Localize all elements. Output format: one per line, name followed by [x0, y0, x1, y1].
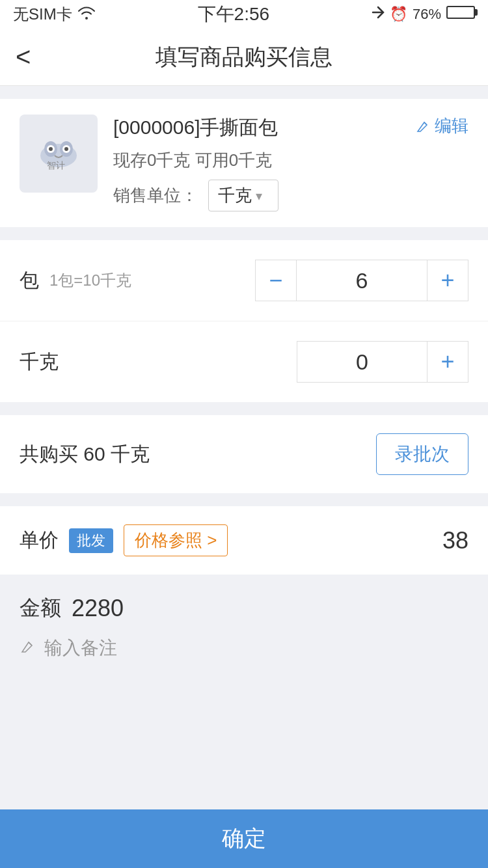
bao-controls: − + — [255, 260, 468, 301]
amount-label: 金额 — [20, 594, 61, 623]
battery-percent: 76% — [413, 6, 441, 23]
price-label: 单价 — [20, 527, 59, 554]
amount-value: 2280 — [72, 595, 124, 622]
kg-controls: + — [297, 341, 468, 383]
summary-text: 共购买 60 千克 — [20, 441, 150, 468]
bao-label-group: 包 1包=10千克 — [20, 267, 131, 294]
product-name: [0000006]手撕面包 — [113, 115, 278, 141]
price-ref-button[interactable]: 价格参照 > — [124, 524, 228, 556]
price-row: 单价 批发 价格参照 > 38 — [20, 524, 468, 556]
status-time: 下午2:56 — [198, 2, 270, 27]
product-info: [0000006]手撕面包 编辑 现存0千克 可用0千克 销售单位： 千克 ▾ — [113, 115, 468, 211]
bao-label: 包 — [20, 267, 39, 294]
bao-increase-button[interactable]: + — [427, 260, 468, 301]
product-card: 智计 [0000006]手撕面包 编辑 现存0千克 可用0千克 销售单位： 千克… — [0, 99, 488, 227]
edit-label: 编辑 — [435, 115, 468, 137]
status-right: ⏰ 76% — [372, 6, 475, 23]
unit-dropdown[interactable]: 千克 ▾ — [208, 180, 278, 211]
carrier-label: 无SIM卡 — [13, 4, 72, 25]
quantity-section: 包 1包=10千克 − + 千克 + — [0, 240, 488, 402]
unit-label: 销售单位： — [113, 184, 198, 207]
svg-point-6 — [64, 147, 68, 151]
remark-label: 输入备注 — [44, 636, 117, 660]
kg-label-group: 千克 — [20, 349, 59, 375]
back-button[interactable]: < — [16, 42, 31, 72]
unit-value: 千克 — [218, 184, 252, 207]
batch-button[interactable]: 录批次 — [376, 433, 468, 475]
summary-prefix: 共购买 — [20, 443, 78, 465]
pencil-icon — [20, 638, 36, 659]
location-icon — [372, 6, 385, 23]
dropdown-arrow-icon: ▾ — [256, 188, 262, 204]
bao-input[interactable] — [297, 260, 427, 301]
price-section: 单价 批发 价格参照 > 38 — [0, 506, 488, 575]
svg-point-5 — [49, 147, 53, 151]
amount-row: 金额 2280 — [20, 594, 468, 623]
product-unit-row: 销售单位： 千克 ▾ — [113, 180, 468, 211]
bao-hint: 1包=10千克 — [49, 270, 131, 291]
kg-input[interactable] — [297, 341, 427, 383]
kg-label: 千克 — [20, 349, 59, 375]
product-logo: 智计 — [33, 131, 85, 177]
product-stock: 现存0千克 可用0千克 — [113, 149, 468, 172]
price-tag: 批发 — [69, 528, 113, 553]
summary-amount-value: 60 — [83, 443, 105, 465]
confirm-button[interactable]: 确定 — [0, 809, 488, 868]
status-left: 无SIM卡 — [13, 4, 96, 25]
battery-icon — [446, 6, 475, 23]
alarm-icon: ⏰ — [390, 6, 407, 23]
product-header-row: [0000006]手撕面包 编辑 — [113, 115, 468, 149]
wifi-icon — [77, 5, 96, 23]
kg-increase-button[interactable]: + — [427, 341, 468, 383]
edit-button[interactable]: 编辑 — [415, 115, 468, 137]
price-value: 38 — [442, 527, 468, 554]
svg-text:智计: 智计 — [47, 160, 65, 170]
kg-row: 千克 + — [0, 321, 488, 402]
price-label-group: 单价 批发 价格参照 > — [20, 524, 228, 556]
summary-row: 共购买 60 千克 录批次 — [0, 415, 488, 493]
bao-decrease-button[interactable]: − — [255, 260, 297, 301]
summary-unit-value: 千克 — [111, 443, 150, 465]
status-bar: 无SIM卡 下午2:56 ⏰ 76% — [0, 0, 488, 29]
amount-section: 金额 2280 输入备注 — [0, 576, 488, 673]
product-image: 智计 — [20, 115, 98, 193]
bao-row: 包 1包=10千克 − + — [0, 240, 488, 321]
remark-row[interactable]: 输入备注 — [20, 636, 468, 667]
nav-bar: < 填写商品购买信息 — [0, 29, 488, 86]
page-title: 填写商品购买信息 — [156, 42, 332, 72]
